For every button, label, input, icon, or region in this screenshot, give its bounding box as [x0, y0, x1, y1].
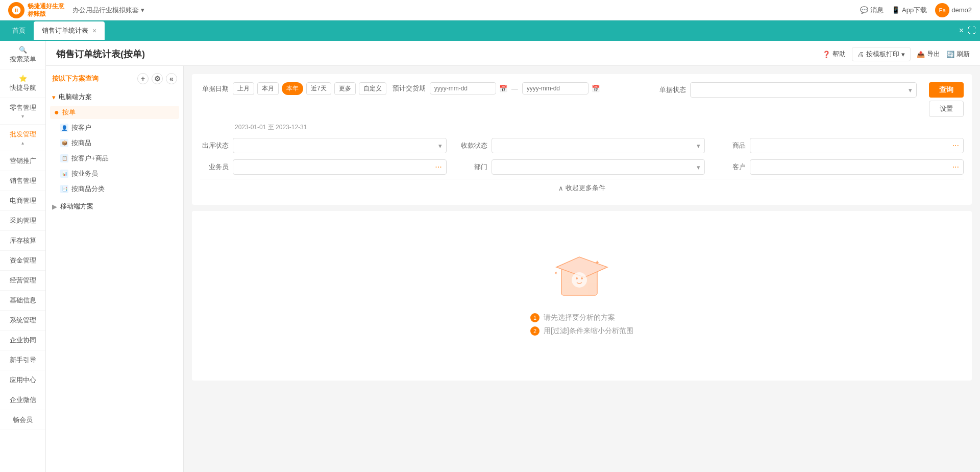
salesman-ellipsis-icon[interactable]: ··· — [435, 162, 442, 172]
panel-salesman-label: 按业务员 — [71, 169, 98, 178]
nav-icon: ⭐ — [19, 75, 27, 82]
panel-item-按单[interactable]: ● 按单 — [50, 106, 179, 119]
tab-close-icon[interactable]: × — [92, 27, 96, 35]
sidebar-item-purchase[interactable]: 采购管理 — [0, 211, 45, 231]
help-action[interactable]: ❓ 帮助 — [822, 50, 846, 59]
download-label: App下载 — [902, 6, 927, 15]
sidebar-item-appcenter[interactable]: 应用中心 — [0, 370, 45, 390]
panel-pc-group-title[interactable]: ▾ 电脑端方案 — [50, 89, 179, 105]
empty-hint-2: 2 用[过滤]条件来缩小分析范围 — [530, 326, 633, 336]
sidebar-item-management[interactable]: 经营管理 — [0, 271, 45, 291]
date-btn-this-month[interactable]: 本月 — [257, 82, 279, 95]
refresh-icon: 🔄 — [946, 51, 954, 58]
panel-settings-btn[interactable]: ⚙ — [152, 73, 163, 84]
sidebar-item-inventory[interactable]: 库存核算 — [0, 231, 45, 251]
calendar-end-icon[interactable]: 📅 — [592, 85, 600, 92]
date-btn-custom[interactable]: 自定义 — [359, 82, 386, 95]
page-header-actions: ❓ 帮助 🖨 按模板打印 ▾ 📤 导出 🔄 刷新 — [822, 47, 970, 61]
customer-select[interactable]: ··· — [750, 159, 964, 175]
panel-item-按客户商品[interactable]: 📋 按客户+商品 — [50, 151, 179, 166]
date-btn-more[interactable]: 更多 — [334, 82, 356, 95]
user-action[interactable]: Ea demo2 — [935, 3, 972, 17]
sidebar-item-enterprise[interactable]: 企业协同 — [0, 331, 45, 350]
app-selector[interactable]: 办公用品行业模拟账套 ▾ — [68, 4, 149, 17]
panel-item-按客户[interactable]: 👤 按客户 — [50, 120, 179, 135]
dept-arrow-icon: ▾ — [697, 163, 700, 171]
panel-item-按商品[interactable]: 📦 按商品 — [50, 135, 179, 151]
customer-icon: 👤 — [60, 124, 68, 132]
panel-item-按商品分类[interactable]: 📑 按商品分类 — [50, 181, 179, 197]
svg-text:✦: ✦ — [554, 270, 558, 276]
sidebar-item-system[interactable]: 系统管理 — [0, 311, 45, 331]
date-filter-group: 上月 本月 本年 近7天 更多 自定义 — [233, 82, 386, 95]
right-panel: 单据日期 上月 本月 本年 近7天 更多 自定义 — [184, 66, 980, 472]
sidebar-item-finance[interactable]: 资金管理 — [0, 251, 45, 271]
collapse-label: 收起更多条件 — [566, 183, 605, 193]
goods-ellipsis-icon[interactable]: ··· — [952, 141, 959, 150]
refresh-action[interactable]: 🔄 刷新 — [946, 50, 970, 59]
empty-state: ✦ ✦ 1 请先选择要分析的方案 2 用[过滤]条件来缩小分析范围 — [192, 211, 972, 381]
date-btn-7days[interactable]: 近7天 — [306, 82, 331, 95]
print-action[interactable]: 🖨 按模板打印 ▾ — [852, 47, 911, 61]
date-end-input[interactable] — [522, 82, 589, 95]
sidebar-item-basic-info[interactable]: 基础信息 — [0, 291, 45, 311]
panel-add-btn[interactable]: + — [137, 73, 149, 84]
sidebar-item-sales[interactable]: 销售管理 — [0, 171, 45, 191]
panel-pc-arrow-icon: ▾ — [52, 93, 56, 101]
panel-customer-goods-label: 按客户+商品 — [71, 154, 109, 163]
panel-item-按业务员[interactable]: 📊 按业务员 — [50, 166, 179, 181]
receipt-status-select[interactable]: ▾ — [492, 138, 705, 153]
status-select[interactable]: ▾ — [690, 82, 917, 98]
sidebar-item-ecommerce[interactable]: 电商管理 — [0, 191, 45, 211]
selector-arrow-icon: ▾ — [141, 6, 144, 14]
empty-hint-2-text: 用[过滤]条件来缩小分析范围 — [544, 326, 633, 336]
tab-minimize-icon[interactable]: × — [959, 26, 964, 35]
salesman-icon: 📊 — [60, 170, 68, 178]
panel-title: 按以下方案查询 — [52, 74, 99, 83]
settings-button[interactable]: 设置 — [929, 101, 964, 117]
svg-text:✦: ✦ — [595, 259, 600, 266]
panel-collapse-btn[interactable]: « — [166, 73, 177, 84]
svg-point-3 — [576, 277, 578, 279]
sidebar-item-marketing[interactable]: 营销推广 — [0, 151, 45, 171]
query-button[interactable]: 查询 — [929, 82, 964, 98]
svg-point-4 — [581, 277, 583, 279]
panel-mobile-group-title[interactable]: ▶ 移动端方案 — [50, 199, 179, 214]
search-icon: 🔍 — [19, 46, 27, 54]
active-dot-icon: ● — [54, 108, 59, 117]
date-btn-this-year[interactable]: 本年 — [282, 82, 303, 95]
date-btn-last-month[interactable]: 上月 — [233, 82, 254, 95]
calendar-start-icon[interactable]: 📅 — [499, 85, 507, 92]
sidebar-item-quick-nav[interactable]: ⭐ 快捷导航 — [0, 69, 45, 98]
logo-icon — [8, 2, 24, 18]
tab-maximize-icon[interactable]: ⛶ — [968, 26, 976, 35]
goods-select[interactable]: ··· — [750, 138, 964, 153]
app-download-action[interactable]: 📱 App下载 — [892, 6, 927, 15]
sidebar-item-retail[interactable]: 零售管理 ▾ — [0, 98, 45, 125]
username-label: demo2 — [951, 6, 972, 14]
page-area: 销售订单统计表(按单) ❓ 帮助 🖨 按模板打印 ▾ 📤 导出 — [46, 41, 980, 472]
selector-label: 办公用品行业模拟账套 — [72, 6, 139, 15]
customer-ellipsis-icon[interactable]: ··· — [952, 162, 959, 172]
panel-mobile-label: 移动端方案 — [60, 202, 93, 211]
status-label: 单据状态 — [657, 85, 686, 95]
sidebar-item-newuser[interactable]: 新手引导 — [0, 350, 45, 370]
sidebar-item-search[interactable]: 🔍 搜索菜单 — [0, 41, 45, 69]
sidebar-item-wechat[interactable]: 企业微信 — [0, 390, 45, 410]
sidebar-item-member[interactable]: 畅会员 — [0, 410, 45, 430]
collapse-chevron-icon: ∧ — [558, 184, 564, 192]
tab-current[interactable]: 销售订单统计表 × — [34, 21, 105, 40]
tab-home[interactable]: 首页 — [4, 20, 34, 41]
message-action[interactable]: 💬 消息 — [860, 6, 884, 15]
salesman-select[interactable]: ··· — [233, 159, 447, 175]
dept-select[interactable]: ▾ — [492, 159, 705, 175]
wechat-label: 企业微信 — [10, 395, 36, 405]
date-start-input[interactable] — [430, 82, 496, 95]
download-icon: 📱 — [892, 6, 900, 14]
collapse-btn[interactable]: ∧ 收起更多条件 — [200, 179, 964, 197]
panel-customer-label: 按客户 — [71, 123, 91, 132]
sidebar-item-wholesale[interactable]: 批发管理 ▴ — [0, 125, 45, 151]
export-action[interactable]: 📤 导出 — [917, 50, 940, 59]
out-status-select[interactable]: ▾ — [233, 138, 447, 153]
print-icon: 🖨 — [857, 51, 864, 58]
